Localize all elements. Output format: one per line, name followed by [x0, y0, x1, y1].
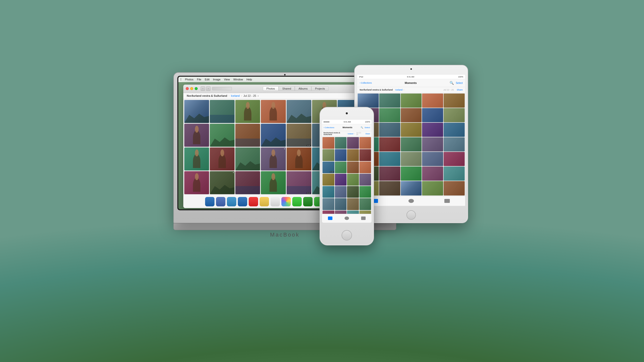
ipad-select-button[interactable]: Select	[456, 82, 463, 84]
menu-image[interactable]: Image	[213, 78, 221, 81]
dock-facetime[interactable]	[303, 197, 312, 206]
tab-shared[interactable]: Shared	[279, 86, 295, 91]
iphone-photo-17[interactable]	[322, 186, 334, 198]
tab-projects[interactable]: Projects	[311, 86, 329, 91]
photo-3[interactable]	[235, 100, 260, 123]
dock-mail[interactable]	[238, 197, 247, 206]
iphone-photo-25[interactable]	[322, 211, 334, 214]
photo-28[interactable]	[261, 171, 286, 194]
iphone-photo-9[interactable]: 0:23	[322, 162, 334, 173]
apple-menu[interactable]: 	[180, 77, 182, 81]
photo-18[interactable]	[210, 147, 234, 170]
photo-19[interactable]	[235, 147, 260, 170]
ipad-photo-33[interactable]	[401, 181, 422, 195]
dock-calendar[interactable]	[249, 197, 258, 206]
ipad-photo-34[interactable]	[422, 181, 443, 195]
slider-control[interactable]	[212, 87, 232, 90]
tab-photos[interactable]: Photos	[263, 86, 279, 91]
iphone-photo-8[interactable]	[360, 149, 371, 161]
photo-5[interactable]	[286, 100, 311, 123]
fullscreen-button[interactable]	[195, 87, 198, 90]
photo-17[interactable]	[184, 147, 209, 170]
iphone-photo-10[interactable]	[335, 162, 347, 173]
iphone-location-sub[interactable]: Iceland	[348, 133, 354, 135]
ipad-photo-19[interactable]	[422, 137, 443, 151]
photo-2[interactable]	[210, 100, 234, 123]
photo-25[interactable]	[184, 171, 209, 194]
dock-notes[interactable]	[260, 197, 269, 206]
iphone-photo-20[interactable]	[360, 186, 371, 198]
ipad-photo-25[interactable]	[444, 152, 465, 166]
iphone-photo-23[interactable]	[347, 198, 359, 210]
iphone-photo-6[interactable]	[335, 149, 347, 161]
iphone-photo-5[interactable]	[322, 149, 334, 161]
ipad-photo-12[interactable]	[379, 123, 400, 137]
ipad-photo-17[interactable]	[379, 137, 400, 151]
ipad-back-button[interactable]: ‹ Collections	[360, 82, 372, 84]
iphone-back-button[interactable]: ‹ Collections	[324, 126, 334, 129]
ipad-photo-30[interactable]	[444, 167, 465, 181]
dock-messages[interactable]	[292, 197, 302, 206]
iphone-photo-19[interactable]	[347, 186, 359, 198]
photo-9[interactable]	[184, 124, 209, 147]
iphone-photo-18[interactable]	[335, 186, 347, 198]
iphone-select-button[interactable]: Select	[364, 126, 370, 129]
iphone-photo-16[interactable]	[360, 174, 371, 186]
ipad-photo-18[interactable]	[401, 137, 422, 151]
menu-window[interactable]: Window	[233, 78, 243, 81]
iphone-tab-albums[interactable]	[361, 217, 366, 220]
menu-view[interactable]: View	[224, 78, 230, 81]
photo-10[interactable]	[210, 124, 234, 147]
ipad-photo-15[interactable]	[444, 123, 465, 137]
photo-13[interactable]: 0:23	[286, 124, 311, 147]
iphone-photo-7[interactable]	[347, 149, 359, 161]
photo-11[interactable]	[235, 124, 260, 147]
ipad-photo-2[interactable]	[379, 93, 400, 108]
back-button[interactable]: ‹	[201, 86, 205, 91]
iphone-photo-3[interactable]	[347, 137, 359, 149]
iphone-photo-22[interactable]	[335, 198, 347, 210]
ipad-location-sub[interactable]: Iceland	[395, 89, 402, 91]
iphone-photo-28[interactable]	[360, 211, 371, 214]
menu-photos[interactable]: Photos	[185, 78, 194, 81]
tab-albums[interactable]: Albums	[295, 86, 311, 91]
iphone-tab-shared[interactable]	[344, 217, 349, 220]
ipad-photo-35[interactable]	[444, 181, 465, 195]
ipad-photo-20[interactable]	[444, 137, 465, 151]
ipad-photo-29[interactable]	[422, 167, 443, 181]
ipad-photo-8[interactable]	[401, 108, 422, 122]
iphone-photo-4[interactable]	[360, 137, 371, 149]
photo-12[interactable]	[261, 124, 286, 147]
menu-edit[interactable]: Edit	[205, 78, 210, 81]
photo-4[interactable]	[261, 100, 286, 123]
iphone-photo-1[interactable]	[322, 137, 334, 149]
ipad-photo-23[interactable]	[401, 152, 422, 166]
breadcrumb-sub[interactable]: Iceland	[231, 94, 240, 97]
dock-reminders[interactable]	[270, 197, 280, 206]
ipad-photo-1[interactable]	[358, 93, 379, 108]
ipad-photo-13[interactable]	[401, 123, 422, 137]
photo-21[interactable]	[286, 147, 311, 170]
ipad-photo-27[interactable]	[379, 167, 400, 181]
ipad-tab-shared[interactable]	[408, 199, 414, 203]
ipad-tab-albums[interactable]	[444, 199, 450, 203]
dock-finder[interactable]	[205, 197, 214, 206]
dock-photos[interactable]	[282, 197, 291, 206]
menu-help[interactable]: Help	[246, 78, 252, 81]
ipad-photo-32[interactable]	[379, 181, 400, 195]
ipad-home-button[interactable]	[406, 210, 416, 220]
ipad-photo-4[interactable]	[422, 93, 443, 108]
iphone-photo-11[interactable]	[347, 162, 359, 173]
iphone-photo-13[interactable]	[322, 174, 334, 186]
photo-29[interactable]: 0:12	[286, 171, 311, 194]
iphone-photo-27[interactable]	[347, 211, 359, 214]
iphone-photo-26[interactable]	[335, 211, 347, 214]
ipad-photo-10[interactable]	[444, 108, 465, 122]
ipad-photo-28[interactable]	[401, 167, 422, 181]
ipad-photo-14[interactable]	[422, 123, 443, 137]
iphone-tab-photos[interactable]	[328, 217, 332, 220]
iphone-photo-14[interactable]	[335, 174, 347, 186]
minimize-button[interactable]	[190, 87, 193, 90]
dock-launchpad[interactable]	[216, 197, 226, 206]
ipad-photo-7[interactable]	[379, 108, 400, 122]
